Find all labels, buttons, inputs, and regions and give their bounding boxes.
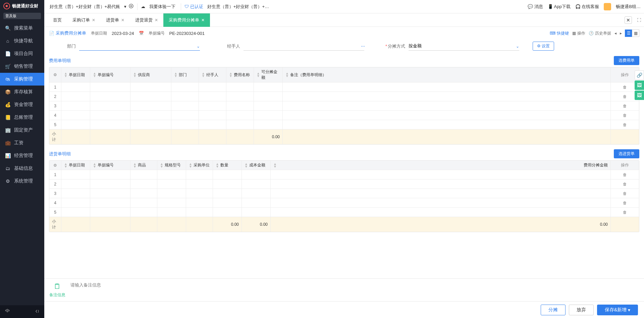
table-row[interactable]: 2🗑 [49, 179, 639, 189]
cell[interactable] [61, 83, 90, 92]
cell[interactable] [283, 83, 611, 92]
sidebar-item-11[interactable]: 🗂基础信息 [0, 162, 44, 175]
sort-icon[interactable]: ▲▼ [189, 163, 192, 168]
cell[interactable] [61, 170, 90, 179]
cell[interactable] [283, 111, 611, 120]
cell[interactable] [242, 198, 271, 207]
select-expense-button[interactable]: 选费用单 [614, 56, 639, 65]
view-list-button[interactable]: ☰ [625, 30, 632, 37]
col-header[interactable]: ▲▼供应商 [130, 67, 171, 82]
cell[interactable] [213, 189, 242, 198]
cell[interactable] [130, 170, 157, 179]
cell[interactable] [226, 111, 254, 120]
attachment-icon[interactable]: 🔗 [635, 70, 644, 80]
sidebar-item-2[interactable]: 📄项目合同 [0, 47, 44, 60]
cell[interactable] [90, 92, 130, 101]
cell[interactable] [254, 101, 283, 110]
cell[interactable] [199, 120, 226, 129]
context-crumbs[interactable]: 好生意（普）+好业财（普）+易代账 [48, 4, 122, 10]
col-header[interactable]: ▲▼采购单位 [186, 161, 213, 170]
sidebar-item-10[interactable]: 📊经营管理 [0, 149, 44, 162]
cell[interactable] [61, 179, 90, 189]
sidebar-item-9[interactable]: 💼工资 [0, 137, 44, 149]
cell[interactable] [130, 101, 171, 110]
sidebar-item-1[interactable]: ⌂快捷导航 [0, 35, 44, 47]
dept-input[interactable] [79, 42, 200, 51]
close-icon[interactable]: ✕ [201, 18, 205, 22]
cell[interactable] [242, 208, 271, 217]
col-header[interactable]: ▲▼费用分摊金额 [271, 161, 611, 170]
cell[interactable] [90, 111, 130, 120]
cell[interactable] [226, 83, 254, 92]
sidebar-item-12[interactable]: ⚙系统管理 [0, 175, 44, 188]
col-header[interactable]: ▲▼商品 [130, 161, 157, 170]
tab-2[interactable]: 进货单✕ [101, 13, 130, 27]
cell[interactable] [61, 111, 90, 120]
sort-icon[interactable]: ▲▼ [64, 72, 67, 77]
calendar-icon[interactable]: 📅 [139, 31, 144, 36]
cell[interactable] [130, 189, 157, 198]
cell[interactable] [254, 120, 283, 129]
cell[interactable] [271, 208, 611, 217]
sort-icon[interactable]: ▲▼ [285, 72, 289, 77]
sidebar-item-0[interactable]: 🔍搜索菜单 [0, 22, 44, 35]
view-grid-button[interactable]: ▦ [632, 30, 639, 37]
delete-row-icon[interactable]: 🗑 [611, 179, 639, 189]
cell[interactable] [271, 179, 611, 189]
chevron-down-icon[interactable]: ⌄ [516, 44, 519, 49]
chevron-down-icon[interactable]: ▾ [124, 4, 126, 9]
sidebar-item-4[interactable]: 🛍采购管理 [0, 73, 44, 86]
cell[interactable] [171, 120, 199, 129]
cell[interactable] [61, 208, 90, 217]
alloc-input[interactable] [409, 42, 519, 51]
col-header[interactable]: ▲▼单据编号 [90, 67, 130, 82]
cell[interactable] [130, 198, 157, 207]
cell[interactable] [283, 92, 611, 101]
sort-icon[interactable]: ▲▼ [93, 72, 96, 77]
delete-row-icon[interactable]: 🗑 [611, 208, 639, 217]
cell[interactable] [226, 101, 254, 110]
cell[interactable] [171, 83, 199, 92]
table-row[interactable]: 5🗑 [49, 208, 639, 217]
delete-row-icon[interactable]: 🗑 [611, 111, 639, 120]
cell[interactable] [61, 189, 90, 198]
cell[interactable] [254, 83, 283, 92]
col-header[interactable]: ▲▼费用名称 [226, 67, 254, 82]
cell[interactable] [283, 120, 611, 129]
table-row[interactable]: 3🗑 [49, 189, 639, 198]
cell[interactable] [90, 120, 130, 129]
table-settings-icon[interactable]: ⚙ [49, 161, 61, 170]
table-row[interactable]: 4🗑 [49, 111, 639, 120]
messages-link[interactable]: 💬 消息 [528, 4, 543, 10]
table-row[interactable]: 1🗑 [49, 170, 639, 179]
tab-1[interactable]: 采购订单✕ [67, 13, 101, 27]
context-crumbs-2[interactable]: 好生意（普）+好业财（普）+… [205, 4, 271, 10]
col-header[interactable]: ▲▼单据日期 [61, 161, 90, 170]
allocate-button[interactable]: 分摊 [541, 305, 566, 315]
table-row[interactable]: 4🗑 [49, 198, 639, 208]
cell[interactable] [61, 198, 90, 207]
tab-4[interactable]: 采购费用分摊单✕ [163, 13, 210, 27]
cell[interactable] [283, 101, 611, 110]
image-in-icon[interactable]: 🖼 [635, 81, 644, 90]
cell[interactable] [90, 179, 130, 189]
cell[interactable] [242, 189, 271, 198]
col-header[interactable]: ▲▼部门 [171, 67, 199, 82]
cell[interactable] [61, 101, 90, 110]
sort-icon[interactable]: ▲▼ [257, 72, 260, 77]
history-link[interactable]: 🕑 历史单据 [589, 31, 611, 36]
cell[interactable] [254, 92, 283, 101]
more-icon[interactable]: ⋯ [361, 44, 365, 49]
operations-menu[interactable]: ▦ 操作 [572, 31, 585, 36]
cell[interactable] [61, 120, 90, 129]
cell[interactable] [130, 208, 157, 217]
cell[interactable] [61, 92, 90, 101]
delete-row-icon[interactable]: 🗑 [611, 120, 639, 129]
cell[interactable] [186, 208, 213, 217]
settings-icon[interactable] [5, 309, 10, 315]
sort-icon[interactable]: ▲▼ [202, 72, 205, 77]
sidebar-item-5[interactable]: 📦库存核算 [0, 86, 44, 98]
sort-icon[interactable]: ▲▼ [174, 72, 177, 77]
cell[interactable] [242, 179, 271, 189]
cell[interactable] [157, 189, 186, 198]
